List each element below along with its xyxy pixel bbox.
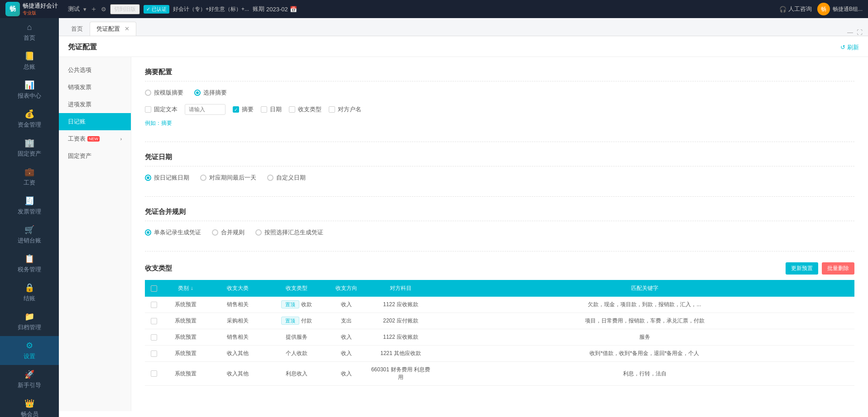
invoice-icon: 🧾 bbox=[24, 196, 34, 206]
row-account-2: 2202 应付账款 bbox=[367, 313, 435, 329]
type-tag-2[interactable]: 置顶 bbox=[281, 317, 299, 325]
table-row: 系统预置 销售相关 提供服务 收入 1122 应收账款 服务 bbox=[145, 329, 854, 346]
service-btn[interactable]: 🎧 人工咨询 bbox=[779, 5, 812, 13]
radio-custom-date[interactable]: 自定义日期 bbox=[267, 174, 306, 182]
sidebar: ⌂ 首页 📒 总账 📊 报表中心 💰 资金管理 🏢 固定资产 💼 工资 🧾 发票… bbox=[0, 18, 59, 417]
switch-old-btn[interactable]: 切到旧版 bbox=[110, 4, 140, 14]
sidebar-item-guide[interactable]: 🚀 新手引导 bbox=[0, 365, 59, 394]
radio-journal-date[interactable]: 按日记账日期 bbox=[145, 174, 189, 182]
member-icon: 👑 bbox=[24, 398, 34, 408]
tab-home[interactable]: 首页 bbox=[64, 22, 90, 36]
left-nav-sales-invoice[interactable]: 销项发票 bbox=[59, 79, 131, 96]
radio-circle-merge bbox=[212, 229, 218, 236]
sidebar-item-tax[interactable]: 📋 税务管理 bbox=[0, 249, 59, 278]
income-expense-section: 收支类型 更新预置 批量删除 bbox=[145, 262, 854, 386]
checkbox-summary[interactable]: ✓ 摘要 bbox=[233, 105, 254, 114]
row-big-type-5: 收入其他 bbox=[208, 362, 267, 386]
row-category-2: 系统预置 bbox=[163, 313, 208, 329]
row-direction-5: 收入 bbox=[326, 362, 367, 386]
topbar: 畅 畅捷通好会计 专业版 测试 ▾ ＋ ⚙ 切到旧版 ✓ 已认证 好会计（专）+… bbox=[0, 0, 868, 18]
sidebar-item-assets[interactable]: 🏢 固定资产 bbox=[0, 133, 59, 162]
row-check-2[interactable] bbox=[145, 313, 163, 329]
chevron-icon: › bbox=[120, 137, 122, 142]
sidebar-item-invoice[interactable]: 🧾 发票管理 bbox=[0, 191, 59, 220]
left-nav-payroll[interactable]: 工资表 NEW › bbox=[59, 130, 131, 147]
radio-template-summary[interactable]: 按模版摘要 bbox=[145, 89, 183, 97]
sidebar-item-ledger[interactable]: 📒 总账 bbox=[0, 47, 59, 76]
user-menu[interactable]: 畅 畅捷通B组... bbox=[817, 3, 863, 15]
sidebar-item-home[interactable]: ⌂ 首页 bbox=[0, 18, 59, 47]
row-check-4[interactable] bbox=[145, 346, 163, 362]
table-row: 系统预置 收入其他 个人收款 收入 1221 其他应收款 收到*借款，收到*备用… bbox=[145, 346, 854, 362]
tab-close-icon[interactable]: ✕ bbox=[125, 25, 129, 32]
radio-period-last[interactable]: 对应期间最后一天 bbox=[200, 174, 256, 182]
sidebar-item-checkout[interactable]: 🔒 结账 bbox=[0, 278, 59, 307]
checkbox-row: 固定文本 ✓ 摘要 日期 bbox=[145, 104, 854, 115]
sidebar-item-purchase[interactable]: 🛒 进销台账 bbox=[0, 220, 59, 249]
update-preset-btn[interactable]: 更新预置 bbox=[786, 262, 818, 275]
row-category-3: 系统预置 bbox=[163, 329, 208, 346]
divider-1 bbox=[145, 142, 854, 142]
sidebar-item-funds[interactable]: 💰 资金管理 bbox=[0, 104, 59, 133]
company-name: 测试 bbox=[68, 5, 80, 13]
divider-2 bbox=[145, 196, 854, 197]
th-direction: 收支方向 bbox=[326, 280, 367, 297]
headset-icon: 🎧 bbox=[779, 6, 786, 13]
row-type-5: 利息收入 bbox=[267, 362, 326, 386]
sidebar-item-reports[interactable]: 📊 报表中心 bbox=[0, 76, 59, 104]
row-direction-3: 收入 bbox=[326, 329, 367, 346]
checkbox-date[interactable]: 日期 bbox=[261, 105, 282, 114]
calendar-icon[interactable]: 📅 bbox=[290, 6, 297, 13]
minimize-icon[interactable]: — bbox=[847, 29, 853, 36]
batch-delete-btn[interactable]: 批量删除 bbox=[822, 262, 854, 275]
sidebar-item-settings[interactable]: ⚙ 设置 bbox=[0, 336, 59, 365]
radio-summary-generate[interactable]: 按照选择汇总生成凭证 bbox=[255, 228, 323, 237]
ledger-icon: 📒 bbox=[24, 51, 34, 61]
logo-text: 畅捷通好会计 专业版 bbox=[23, 2, 58, 16]
radio-single-record[interactable]: 单条记录生成凭证 bbox=[145, 228, 201, 237]
row-check-3[interactable] bbox=[145, 329, 163, 346]
row-check-1[interactable] bbox=[145, 297, 163, 313]
refresh-btn[interactable]: ↺ 刷新 bbox=[840, 43, 859, 52]
radio-circle-summary-gen bbox=[255, 229, 262, 236]
table-row: 系统预置 采购相关 置顶 付款 支出 2202 应付账款 项目，日常费用，报销款… bbox=[145, 313, 854, 329]
radio-merge-rule[interactable]: 合并规则 bbox=[212, 228, 245, 237]
gear-icon[interactable]: ⚙ bbox=[101, 6, 106, 13]
logo: 畅 畅捷通好会计 专业版 bbox=[5, 2, 64, 16]
assets-icon: 🏢 bbox=[24, 138, 34, 148]
checkbox-counterparty[interactable]: 对方户名 bbox=[329, 105, 361, 114]
row-type-2: 置顶 付款 bbox=[267, 313, 326, 329]
inner-layout: 公共选项 销项发票 进项发票 日记账 工资表 NEW › 固定资产 摘要配置 bbox=[59, 57, 868, 411]
type-tag-1[interactable]: 置顶 bbox=[281, 300, 299, 308]
checkbox-fixed-text[interactable]: 固定文本 bbox=[145, 105, 177, 114]
merge-rules-section: 凭证合并规则 单条记录生成凭证 合并规则 bbox=[145, 208, 854, 237]
sidebar-item-salary[interactable]: 💼 工资 bbox=[0, 162, 59, 191]
left-nav-journal[interactable]: 日记账 bbox=[59, 113, 131, 130]
config-area: 摘要配置 按模版摘要 选择摘要 bbox=[131, 57, 868, 411]
left-nav-purchase-invoice[interactable]: 进项发票 bbox=[59, 96, 131, 113]
period-info: 账期 2023-02 📅 bbox=[253, 5, 297, 13]
row-check-5[interactable] bbox=[145, 362, 163, 386]
add-icon[interactable]: ＋ bbox=[90, 5, 97, 14]
company-chevron-icon[interactable]: ▾ bbox=[83, 6, 86, 13]
fixed-text-input[interactable] bbox=[185, 104, 225, 115]
left-nav-public[interactable]: 公共选项 bbox=[59, 62, 131, 79]
sidebar-item-archive[interactable]: 📁 归档管理 bbox=[0, 307, 59, 336]
maximize-icon[interactable]: ⛶ bbox=[857, 29, 863, 36]
sidebar-item-member[interactable]: 👑 畅会员 bbox=[0, 394, 59, 417]
divider-3 bbox=[145, 251, 854, 251]
row-keywords-1: 欠款，现金，项目款，到款，报销款，汇入，... bbox=[435, 297, 854, 313]
table-head: 类别 ↓ 收支大类 收支类型 收支方向 对方科目 匹配关键字 bbox=[145, 280, 854, 297]
checkbox-box-summary: ✓ bbox=[233, 106, 239, 113]
voucher-date-section: 凭证日期 按日记账日期 对应期间最后一天 bbox=[145, 153, 854, 182]
row-type-1: 置顶 收款 bbox=[267, 297, 326, 313]
certified-badge: ✓ 已认证 bbox=[144, 5, 169, 14]
radio-select-summary[interactable]: 选择摘要 bbox=[194, 89, 227, 97]
th-checkbox[interactable] bbox=[151, 285, 157, 292]
checkbox-income-type[interactable]: 收支类型 bbox=[289, 105, 321, 114]
tab-voucher-config[interactable]: 凭证配置 ✕ bbox=[90, 22, 136, 36]
row-account-4: 1221 其他应收款 bbox=[367, 346, 435, 362]
page-title: 凭证配置 bbox=[68, 43, 97, 52]
left-nav-fixed-assets[interactable]: 固定资产 bbox=[59, 147, 131, 165]
page-header: 凭证配置 ↺ 刷新 bbox=[59, 36, 868, 57]
